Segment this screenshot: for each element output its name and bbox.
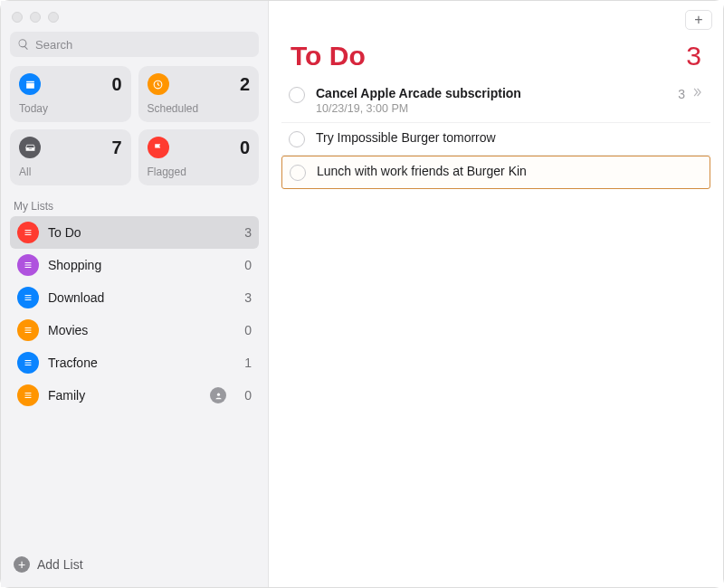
plus-icon: + (694, 12, 702, 28)
reminders-list: Cancel Apple Arcade subscription10/23/19… (269, 81, 723, 191)
list-label: Shopping (48, 258, 233, 272)
list-label: Tracfone (48, 356, 233, 370)
traffic-zoom[interactable] (48, 12, 59, 23)
add-reminder-button[interactable]: + (685, 10, 712, 30)
smart-card-scheduled[interactable]: 2Scheduled (138, 66, 260, 122)
sidebar-list-movies[interactable]: Movies0 (10, 314, 259, 346)
complete-toggle[interactable] (289, 131, 305, 147)
card-label: All (19, 166, 122, 178)
clock-icon (148, 73, 169, 95)
main-panel: + To Do 3 Cancel Apple Arcade subscripti… (269, 1, 723, 587)
window-traffic-lights (10, 8, 259, 32)
card-label: Today (19, 102, 122, 115)
sidebar: Search 0Today2Scheduled7All0Flagged My L… (1, 1, 269, 587)
complete-toggle[interactable] (290, 165, 306, 181)
subtask-count: 3 (678, 87, 685, 101)
sidebar-list-download[interactable]: Download3 (10, 281, 259, 314)
sidebar-lists: To Do3Shopping0Download3Movies0Tracfone1… (10, 216, 259, 412)
smart-card-all[interactable]: 7All (10, 129, 131, 185)
calendar-icon (19, 73, 41, 95)
search-icon (17, 38, 30, 51)
card-label: Scheduled (148, 102, 251, 115)
flag-icon (148, 137, 169, 158)
list-label: Movies (48, 323, 233, 337)
traffic-close[interactable] (12, 12, 23, 23)
traffic-minimize[interactable] (30, 12, 41, 23)
subtask-indicator[interactable]: 3 (678, 86, 703, 101)
search-placeholder: Search (35, 38, 72, 52)
list-count: 0 (233, 388, 252, 403)
smart-card-flagged[interactable]: 0Flagged (138, 129, 260, 185)
sidebar-list-shopping[interactable]: Shopping0 (10, 249, 259, 281)
list-icon (17, 384, 39, 406)
my-lists-header: My Lists (14, 200, 255, 213)
list-icon (17, 352, 39, 374)
list-header: To Do 3 (269, 39, 723, 81)
complete-toggle[interactable] (289, 87, 305, 103)
card-count: 0 (111, 74, 121, 95)
chevron-right-icon (691, 86, 703, 101)
smart-card-today[interactable]: 0Today (10, 66, 131, 122)
reminder-title: Cancel Apple Arcade subscription (316, 86, 671, 100)
tray-icon (19, 137, 41, 158)
list-count: 3 (233, 225, 252, 240)
plus-icon: + (14, 556, 30, 573)
reminder-item[interactable]: Cancel Apple Arcade subscription10/23/19… (281, 82, 710, 123)
reminders-window: Search 0Today2Scheduled7All0Flagged My L… (0, 0, 724, 588)
list-icon (17, 222, 39, 243)
card-count: 0 (240, 138, 250, 158)
card-label: Flagged (148, 166, 251, 178)
list-icon (17, 254, 39, 276)
add-list-button[interactable]: + Add List (10, 551, 259, 578)
search-input[interactable]: Search (10, 32, 259, 57)
list-count: 0 (233, 258, 252, 272)
list-icon (17, 287, 39, 308)
reminder-subtitle: 10/23/19, 3:00 PM (316, 102, 671, 115)
reminder-item[interactable]: Try Impossible Burger tomorrow (281, 123, 710, 156)
list-count: 1 (233, 356, 252, 370)
list-count: 3 (233, 290, 252, 305)
svg-point-1 (216, 393, 219, 395)
list-title: To Do (291, 41, 366, 71)
reminder-item[interactable]: Lunch with work friends at Burger Kin (281, 156, 710, 189)
reminder-title: Try Impossible Burger tomorrow (316, 130, 703, 145)
smart-list-cards: 0Today2Scheduled7All0Flagged (10, 66, 259, 185)
list-label: Family (48, 388, 210, 403)
reminder-title: Lunch with work friends at Burger Kin (317, 164, 702, 178)
sidebar-list-family[interactable]: Family0 (10, 379, 259, 412)
card-count: 7 (111, 138, 121, 158)
list-label: To Do (48, 225, 233, 240)
add-list-label: Add List (37, 557, 83, 572)
list-icon (17, 319, 39, 341)
sidebar-list-tracfone[interactable]: Tracfone1 (10, 346, 259, 379)
card-count: 2 (240, 74, 250, 95)
shared-icon (210, 387, 226, 403)
toolbar: + (269, 1, 723, 39)
list-count: 3 (686, 41, 701, 71)
sidebar-list-to-do[interactable]: To Do3 (10, 216, 259, 249)
list-count: 0 (233, 323, 252, 337)
list-label: Download (48, 290, 233, 305)
